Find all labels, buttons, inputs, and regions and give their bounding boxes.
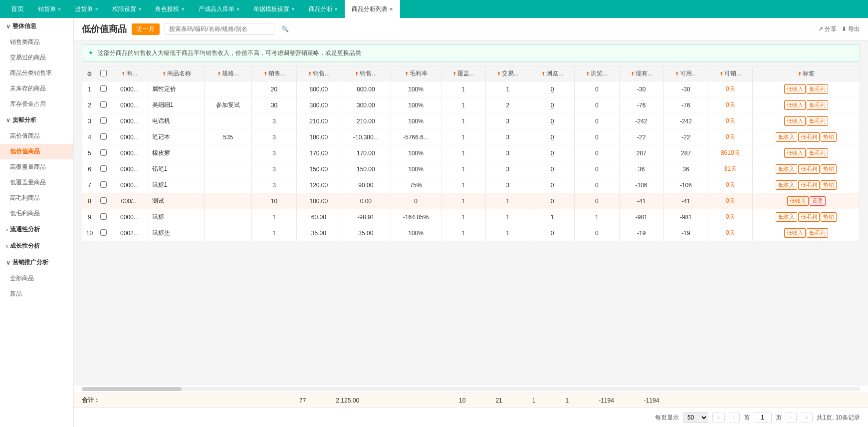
col-settings[interactable]: ⚙ [82, 66, 97, 81]
sidebar-item-all-goods[interactable]: 全部商品 [0, 271, 73, 286]
sidebar-group-circulation[interactable]: › 流通性分析 [0, 221, 73, 238]
browse-link[interactable]: 0 [551, 182, 554, 189]
sidebar-item-traded-goods[interactable]: 交易过的商品 [0, 50, 73, 65]
filter-recent-month-btn[interactable]: 近一月 [132, 23, 160, 35]
sidebar-group-contribution[interactable]: ∨ 贡献分析 [0, 112, 73, 128]
browse-link[interactable]: 0 [551, 166, 554, 173]
table-row: 6 0000... 铅笔1 3 150.00 150.00 100% 1 3 0… [82, 161, 860, 177]
nav-role-auth-close[interactable]: × [181, 6, 184, 12]
tag-badge: 低收入 [787, 196, 809, 206]
nav-template-close[interactable]: × [291, 6, 294, 12]
cell-browse1[interactable]: 0 [530, 145, 575, 161]
nav-goods-analysis-list-close[interactable]: × [390, 6, 393, 12]
row-checkbox[interactable] [100, 165, 107, 172]
page-size-select[interactable]: 50 100 [683, 412, 708, 423]
sidebar-item-low-value[interactable]: 低价值商品 [0, 144, 73, 159]
nav-product-in-close[interactable]: × [236, 6, 239, 12]
cell-checkbox[interactable] [97, 193, 110, 209]
cell-checkbox[interactable] [97, 97, 110, 113]
browse-link[interactable]: 0 [551, 198, 554, 205]
nav-purchase-order[interactable]: 进货单 × [68, 0, 105, 18]
sidebar-item-low-coverage[interactable]: 低覆盖量商品 [0, 175, 73, 190]
browse-link[interactable]: 0 [551, 134, 554, 141]
sidebar-group-marketing[interactable]: ∨ 营销推广分析 [0, 254, 73, 271]
scroll-track[interactable] [82, 387, 860, 391]
cell-checkbox[interactable] [97, 209, 110, 225]
nav-sales-order[interactable]: 销货单 × [31, 0, 68, 18]
search-icon[interactable]: 🔍 [281, 25, 289, 32]
next-page-btn[interactable]: › [786, 413, 797, 423]
cell-browse1[interactable]: 0 [530, 81, 575, 97]
nav-sales-order-close[interactable]: × [58, 6, 61, 12]
browse-link[interactable]: 0 [551, 86, 554, 93]
cell-checkbox[interactable] [97, 161, 110, 177]
sidebar-group-overall[interactable]: ∨ 整体信息 [0, 18, 73, 34]
nav-goods-analysis[interactable]: 商品分析 × [302, 0, 345, 18]
col-spec: ⬆规格... [204, 66, 252, 81]
cell-checkbox[interactable] [97, 113, 110, 129]
sidebar-item-new-goods[interactable]: 新品 [0, 286, 73, 302]
sidebar-item-high-margin[interactable]: 高毛利商品 [0, 190, 73, 206]
search-input[interactable] [165, 23, 274, 35]
cell-checkbox[interactable] [97, 81, 110, 97]
row-checkbox[interactable] [100, 197, 107, 204]
cell-trade: 3 [485, 113, 530, 129]
scroll-thumb[interactable] [82, 387, 182, 391]
row-checkbox[interactable] [100, 133, 107, 140]
cell-browse1[interactable]: 0 [530, 129, 575, 145]
browse-link[interactable]: 0 [551, 230, 554, 237]
cell-checkbox[interactable] [97, 177, 110, 193]
cell-browse1[interactable]: 0 [530, 97, 575, 113]
cell-stock2: -981 [663, 209, 708, 225]
share-btn[interactable]: ↗ 分享 [818, 25, 837, 33]
nav-product-in[interactable]: 产成品入库单 × [192, 0, 246, 18]
sidebar-item-high-value[interactable]: 高价值商品 [0, 128, 73, 144]
cell-browse1[interactable]: 0 [530, 193, 575, 209]
cell-checkbox[interactable] [97, 129, 110, 145]
export-btn[interactable]: ⬇ 导出 [842, 25, 860, 33]
nav-goods-analysis-list[interactable]: 商品分析列表 × [345, 0, 400, 18]
nav-template[interactable]: 单据模板设置 × [246, 0, 301, 18]
prev-page-btn[interactable]: ‹ [729, 413, 740, 423]
cell-checkbox[interactable] [97, 225, 110, 241]
row-checkbox[interactable] [100, 101, 107, 108]
table-header: ⚙ ⬆商... ⬆商品名称 ⬆规格... ⬆销售... ⬆销售... ⬆销售..… [82, 66, 860, 81]
page-input[interactable] [754, 413, 772, 423]
last-page-btn[interactable]: » [801, 413, 813, 423]
nav-purchase-order-close[interactable]: × [95, 6, 98, 12]
browse-link[interactable]: 0 [551, 150, 554, 157]
cell-browse1[interactable]: 0 [530, 225, 575, 241]
row-checkbox[interactable] [100, 117, 107, 124]
nav-permission-close[interactable]: × [138, 6, 141, 12]
cell-browse1[interactable]: 0 [530, 161, 575, 177]
sidebar-item-low-margin[interactable]: 低毛利商品 [0, 206, 73, 221]
cell-checkbox[interactable] [97, 145, 110, 161]
nav-role-auth[interactable]: 角色授权 × [148, 0, 191, 18]
nav-permission[interactable]: 权限设置 × [105, 0, 148, 18]
sidebar-item-sales-goods[interactable]: 销售类商品 [0, 34, 73, 50]
browse-link[interactable]: 0 [551, 118, 554, 125]
cell-s1: 3 [252, 161, 296, 177]
browse-link[interactable]: 1 [551, 214, 554, 221]
row-checkbox[interactable] [100, 85, 107, 92]
first-page-btn[interactable]: « [712, 413, 725, 423]
cell-tags: 低收入置盈 [753, 193, 860, 209]
nav-home[interactable]: 首页 [4, 0, 31, 18]
row-checkbox[interactable] [100, 229, 107, 236]
sidebar-group-growth[interactable]: › 成长性分析 [0, 238, 73, 254]
cell-browse1[interactable]: 0 [530, 113, 575, 129]
sidebar-item-no-stock[interactable]: 未库存的商品 [0, 81, 73, 96]
col-checkbox[interactable] [97, 66, 110, 81]
row-checkbox[interactable] [100, 213, 107, 220]
cell-browse1[interactable]: 0 [530, 177, 575, 193]
select-all-checkbox[interactable] [100, 70, 107, 76]
row-checkbox[interactable] [100, 181, 107, 188]
sidebar-item-category-sales[interactable]: 商品分类销售率 [0, 65, 73, 81]
nav-goods-analysis-close[interactable]: × [335, 6, 338, 12]
sidebar-item-stock-fund[interactable]: 库存资金占用 [0, 96, 73, 112]
row-checkbox[interactable] [100, 149, 107, 156]
browse-link[interactable]: 0 [551, 102, 554, 109]
header-actions: ↗ 分享 ⬇ 导出 [818, 25, 860, 33]
sidebar-item-high-coverage[interactable]: 高覆盖量商品 [0, 159, 73, 175]
cell-browse1[interactable]: 1 [530, 209, 575, 225]
